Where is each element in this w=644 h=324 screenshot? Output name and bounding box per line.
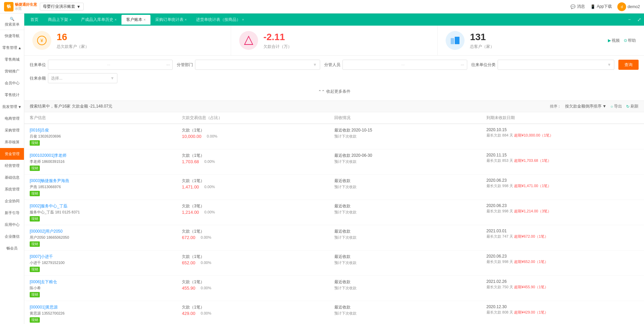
sidebar-item-ecom[interactable]: 电商管理: [0, 113, 24, 124]
sidebar-item-inventory[interactable]: 库存核算: [0, 136, 24, 148]
sidebar-item-quick-nav[interactable]: 快捷导航: [0, 30, 24, 42]
last-collection-2: 最近收款 2020-06-30: [334, 153, 486, 158]
sidebar-item-marketing[interactable]: 营销推广: [0, 65, 24, 77]
data-table: 客户信息 欠款交易信息（占比） 回收情况 到期未收款日期 [0016]吕俊 吕俊…: [24, 112, 644, 324]
tab-production-history-close[interactable]: ×: [115, 18, 117, 22]
collection-cell-4: 最近收款 预计下次收款: [334, 203, 486, 215]
tab-purchase-goods-stats-close[interactable]: ×: [242, 18, 244, 22]
due-date-cell-5: 2021.03.01 最长欠款 747 天 超期¥672.00（1笔）: [486, 229, 639, 239]
sidebar-item-purchase[interactable]: 采购管理: [0, 124, 24, 136]
chevron-up-icon: ⌃⌃: [318, 89, 325, 94]
tab-purchase-order-stats[interactable]: 采购订单统计表 ×: [150, 15, 192, 25]
sidebar-item-wholesale-mgmt[interactable]: 批发管理 ▼: [0, 101, 24, 113]
overdue-link-1[interactable]: 超期¥10,000.00（1笔）: [514, 133, 553, 137]
customer-phone-8: 黄思源 13552700226: [30, 311, 182, 316]
next-collection-8: 预计下次收款: [334, 311, 486, 316]
tab-customer-ledger-label: 客户账本: [126, 17, 142, 23]
customer-cell-6: [0007]小进千 小进千 18279152100 现销: [30, 254, 182, 272]
help-button[interactable]: ⊙ 帮助: [624, 38, 636, 43]
next-collection-6: 预计下次收款: [334, 260, 486, 265]
sidebar-item-system[interactable]: 系统管理: [0, 183, 24, 195]
col-header-collection: 回收情况: [334, 115, 486, 121]
overdue-link-2[interactable]: 超期¥1,703.68（1笔）: [514, 158, 551, 163]
sidebar-item-guide[interactable]: 新手引导: [0, 207, 24, 219]
sidebar-item-finance[interactable]: 资金管理: [0, 148, 24, 160]
tab-minimize-icon[interactable]: －: [626, 15, 633, 24]
customer-name-7[interactable]: [0006]去下粮仓: [30, 279, 182, 285]
sidebar-item-operations[interactable]: 经营管理: [0, 160, 24, 172]
sidebar-item-basic-info[interactable]: 基础信息: [0, 172, 24, 183]
tab-maximize-icon[interactable]: ⤢: [636, 16, 643, 24]
tab-product-publish[interactable]: 商品上下架 ×: [43, 15, 76, 25]
top-bar: 畅 畅捷通好生意 示范 母婴行业演示账套 ▼ 💬 消息 📱 App下载 d de…: [0, 0, 644, 13]
customer-name-1[interactable]: [0016]吕俊: [30, 127, 182, 133]
filter-person: 分管人员 ···: [324, 60, 467, 70]
sidebar-item-member[interactable]: 会员中心: [0, 77, 24, 89]
export-button[interactable]: ○ 导出: [611, 104, 622, 109]
overdue-link-3[interactable]: 超期¥1,471.00（1笔）: [514, 184, 551, 188]
customer-name-6[interactable]: [0007]小进千: [30, 254, 182, 260]
customer-cell-1: [0016]吕俊 吕俊 13026203696 现销: [30, 127, 182, 146]
tab-purchase-goods-stats[interactable]: 进货单统计表（按商品） ×: [191, 15, 249, 25]
tab-product-publish-close[interactable]: ×: [69, 18, 72, 22]
customer-name-5[interactable]: [000002]用户2050: [30, 229, 182, 234]
overdue-link-4[interactable]: 超期¥1,214.00（3笔）: [514, 209, 551, 213]
debt-amount-6: 652.00: [182, 260, 195, 265]
tab-customer-ledger-close[interactable]: ×: [144, 18, 146, 22]
debt-ratio-1: 0.00%: [207, 134, 217, 138]
overdue-link-5[interactable]: 超期¥672.00（1笔）: [514, 234, 548, 238]
filter-dept-select[interactable]: ▼: [195, 60, 320, 70]
due-date-7: 2021.02.26: [486, 279, 639, 284]
filter-category-select[interactable]: ▼: [498, 60, 614, 70]
due-date-6: 2020.06.23: [486, 254, 639, 259]
filter-collapse-label: 收起更多条件: [326, 89, 351, 94]
debt-amount-1: 10,000.00: [182, 134, 201, 139]
collection-cell-3: 最近收款 预计下次收款: [334, 178, 486, 189]
tab-customer-ledger[interactable]: 客户账本 ×: [121, 15, 150, 25]
customer-name-8[interactable]: [000001]黄思源: [30, 304, 182, 310]
refresh-button[interactable]: ↻ 刷新: [626, 104, 639, 109]
next-collection-7: 预计下次收款: [334, 286, 486, 291]
filter-person-input[interactable]: ···: [342, 60, 467, 70]
video-icon: ▶: [608, 38, 611, 43]
store-selector[interactable]: 母婴行业演示账套 ▼: [40, 3, 84, 10]
filter-unit-input[interactable]: ···: [48, 60, 173, 70]
customer-cell-5: [000002]用户2050 用户2050 18665062050 现销: [30, 229, 182, 247]
overdue-link-6[interactable]: 超期¥652.00（1笔）: [514, 260, 548, 264]
filter-balance-select[interactable]: 选择... ▼: [48, 73, 117, 83]
tab-purchase-order-stats-close[interactable]: ×: [185, 18, 187, 22]
app-download-button[interactable]: 📱 App下载: [590, 4, 612, 9]
overdue-link-7[interactable]: 超期¥455.90（1笔）: [514, 285, 548, 289]
sidebar-item-member2[interactable]: 畅会员: [0, 242, 24, 254]
sidebar-item-retail-mall[interactable]: 零售商城: [0, 54, 24, 65]
table-row: [000002]用户2050 用户2050 18665062050 现销 欠款（…: [24, 225, 644, 251]
customer-name-4[interactable]: [0002]服务中心_丁磊: [30, 203, 182, 209]
sidebar-item-retail-stats[interactable]: 零售统计: [0, 89, 24, 101]
tab-production-history[interactable]: 产成品入库单历史 ×: [76, 15, 121, 25]
message-button[interactable]: 💬 消息: [570, 4, 585, 9]
tab-home-label: 首页: [30, 17, 38, 23]
overdue-days-2: 最长欠款 853 天 超期¥1,703.68（1笔）: [486, 158, 639, 163]
filter-collapse-button[interactable]: ⌃⌃ 收起更多条件: [30, 87, 639, 96]
sidebar-item-retail-mgmt[interactable]: 零售管理 ▲: [0, 42, 24, 54]
sidebar-search[interactable]: 🔍 搜索菜单: [0, 13, 24, 30]
user-menu[interactable]: d demo2: [617, 2, 640, 11]
customer-tag-5: 现销: [30, 241, 40, 247]
tab-home[interactable]: 首页: [26, 15, 43, 25]
customer-phone-2: 李老师 18600391516: [30, 159, 182, 164]
customer-name-2[interactable]: [0001020001]李老师: [30, 153, 182, 158]
svg-rect-5: [455, 37, 459, 44]
due-date-cell-7: 2021.02.26 最长欠款 750 天 超期¥455.90（1笔）: [486, 279, 639, 290]
sidebar-item-apps[interactable]: 应用中心: [0, 219, 24, 231]
sort-select[interactable]: 按欠款金额倒序排序 ▼: [565, 104, 607, 109]
sidebar-item-enterprise[interactable]: 企业协同: [0, 195, 24, 207]
stat-card-debt-customers: ¥ 16 总欠款客户（家）: [24, 26, 231, 55]
overdue-link-8[interactable]: 超期¥429.00（1笔）: [514, 310, 548, 314]
search-button[interactable]: 查询: [618, 60, 639, 70]
content: ¥ 16 总欠款客户（家）: [24, 26, 644, 324]
table-header: 客户信息 欠款交易信息（占比） 回收情况 到期未收款日期: [24, 112, 644, 124]
video-button[interactable]: ▶ 视频: [608, 38, 620, 43]
customer-name-3[interactable]: [0003]畅捷服务尹海燕: [30, 178, 182, 184]
sidebar-item-wechat[interactable]: 企业微信: [0, 231, 24, 242]
tab-production-history-label: 产成品入库单历史: [81, 17, 113, 23]
